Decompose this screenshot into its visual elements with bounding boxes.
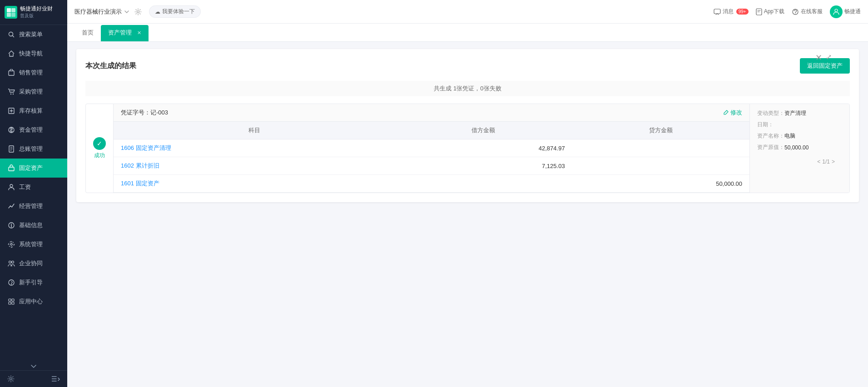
topbar: 医疗器械行业演示 ☁ 我要体验一下 消息 99 App下载 (67, 0, 868, 24)
sidebar-item-base-info[interactable]: 基础信息 (0, 216, 67, 235)
asset-name-label: 资产名称： (757, 132, 784, 140)
voucher-table: 科目 借方金额 贷方金额 1606 固定资产清理 42,874.97 1602 … (114, 122, 749, 193)
search-icon (7, 30, 15, 39)
cloud-icon: ☁ (155, 9, 160, 15)
tab-asset-management[interactable]: 资产管理 ✕ (101, 25, 149, 41)
row-debit-2 (395, 175, 572, 193)
svg-rect-2 (7, 13, 11, 17)
sidebar-logo: 畅捷通好业财 普及版 (0, 0, 67, 25)
side-info-panel: 变动类型： 资产清理 日期： 资产名称： 电脑 资产原值： 50,000.00 (749, 104, 849, 193)
pagination-info: 1/1 (822, 159, 830, 165)
ledger-icon (7, 145, 15, 153)
voucher-number: 凭证字号：记-003 (121, 109, 168, 117)
topbar-settings-icon[interactable] (134, 8, 142, 15)
table-row: 1602 累计折旧 7,125.03 (114, 157, 749, 175)
sidebar-item-sales[interactable]: 销售管理 (0, 63, 67, 82)
svg-point-30 (835, 9, 838, 12)
edit-button[interactable]: 修改 (723, 109, 742, 117)
close-panel-icon[interactable]: ✕ (815, 53, 822, 63)
page-title: 本次生成的结果 (85, 61, 136, 71)
voucher-header: 凭证字号：记-003 修改 (114, 104, 749, 122)
change-type-value: 资产清理 (784, 109, 806, 117)
app-download-button[interactable]: App下载 (756, 8, 784, 15)
sidebar-item-system[interactable]: 系统管理 (0, 235, 67, 254)
result-panel: 本次生成的结果 返回固定资产 ✕ ⤢ 共生成 1张凭证，0张失败 ✓ 成功 (76, 49, 859, 202)
system-icon (7, 240, 15, 248)
messages-button[interactable]: 消息 99 (714, 8, 749, 15)
success-icon: ✓ (93, 137, 106, 150)
expand-panel-icon[interactable]: ⤢ (826, 53, 832, 63)
settings-icon[interactable] (7, 375, 15, 382)
summary-text: 共生成 1张凭证，0张失败 (85, 81, 850, 96)
sidebar-item-ledger[interactable]: 总账管理 (0, 139, 67, 159)
svg-rect-11 (9, 167, 14, 171)
asset-value-row: 资产原值： 50,000.00 (757, 144, 842, 151)
row-debit-1: 7,125.03 (395, 157, 572, 175)
sidebar-item-cooperation[interactable]: 企业协同 (0, 254, 67, 273)
user-name: 畅捷通 (844, 8, 861, 15)
svg-rect-5 (9, 71, 14, 75)
experience-button[interactable]: ☁ 我要体验一下 (149, 5, 201, 18)
tabbar: 首页 资产管理 ✕ (67, 24, 868, 42)
sidebar-item-purchase[interactable]: 采购管理 (0, 82, 67, 101)
company-dropdown-icon[interactable] (124, 10, 129, 13)
pagination-prev[interactable]: < (817, 159, 820, 165)
svg-rect-1 (11, 8, 15, 12)
svg-rect-26 (714, 9, 720, 14)
funds-icon (7, 126, 15, 134)
asset-value-label: 资产原值： (757, 144, 784, 151)
app-name: 畅捷通好业财 (20, 5, 53, 13)
experience-label: 我要体验一下 (162, 8, 195, 15)
app-download-label: App下载 (764, 8, 784, 15)
sidebar-item-app-center[interactable]: 应用中心 (0, 292, 67, 311)
change-type-label: 变动类型： (757, 109, 784, 117)
company-name: 医疗器械行业演示 (74, 8, 122, 16)
inventory-icon (7, 107, 15, 115)
sidebar-item-payroll[interactable]: 工资 (0, 178, 67, 197)
sidebar-item-guide[interactable]: 新手引导 (0, 273, 67, 292)
sidebar-item-quick-nav[interactable]: 快捷导航 (0, 44, 67, 63)
svg-rect-21 (12, 299, 14, 301)
sidebar-item-inventory[interactable]: 库存核算 (0, 101, 67, 120)
svg-point-29 (795, 14, 796, 15)
svg-rect-3 (11, 13, 15, 17)
sales-icon (7, 69, 15, 77)
collapse-icon[interactable] (52, 376, 60, 382)
user-menu[interactable]: 畅捷通 (830, 5, 861, 18)
asset-name-value: 电脑 (784, 132, 795, 140)
svg-rect-0 (7, 8, 11, 12)
svg-point-17 (12, 261, 14, 263)
svg-rect-23 (12, 302, 14, 304)
asset-value-value: 50,000.00 (784, 144, 808, 151)
app-edition: 普及版 (20, 13, 53, 19)
panel-header: 本次生成的结果 返回固定资产 (85, 58, 850, 74)
online-support-label: 在线客服 (801, 8, 823, 15)
sidebar-item-search[interactable]: 搜索菜单 (0, 25, 67, 44)
svg-rect-20 (9, 299, 11, 301)
sidebar-item-fixed-assets[interactable]: 固定资产 (0, 159, 67, 178)
table-row: 1601 固定资产 50,000.00 (114, 175, 749, 193)
change-type-row: 变动类型： 资产清理 (757, 109, 842, 117)
operations-icon (7, 202, 15, 210)
sidebar-item-funds[interactable]: 资金管理 (0, 120, 67, 139)
online-support-button[interactable]: 在线客服 (792, 8, 823, 15)
asset-name-row: 资产名称： 电脑 (757, 132, 842, 140)
tab-home[interactable]: 首页 (74, 25, 101, 41)
table-row: 1606 固定资产清理 42,874.97 (114, 139, 749, 157)
topbar-right: 消息 99 App下载 在线客服 畅捷通 (714, 5, 861, 18)
messages-badge: 99 (736, 9, 749, 15)
base-info-icon (7, 221, 15, 229)
row-subject-0: 1606 固定资产清理 (114, 139, 395, 157)
voucher-section: ✓ 成功 凭证字号：记-003 修改 (85, 104, 850, 193)
svg-point-15 (9, 242, 14, 247)
messages-label: 消息 (723, 8, 734, 15)
guide-icon (7, 278, 15, 287)
sidebar-scroll-down[interactable] (0, 363, 67, 370)
pagination-next[interactable]: > (832, 159, 835, 165)
svg-point-19 (11, 284, 12, 285)
svg-point-16 (9, 261, 11, 263)
svg-point-14 (10, 243, 12, 245)
sidebar-item-operations[interactable]: 经营管理 (0, 197, 67, 216)
row-debit-0: 42,874.97 (395, 139, 572, 157)
tab-close-icon[interactable]: ✕ (137, 30, 141, 35)
